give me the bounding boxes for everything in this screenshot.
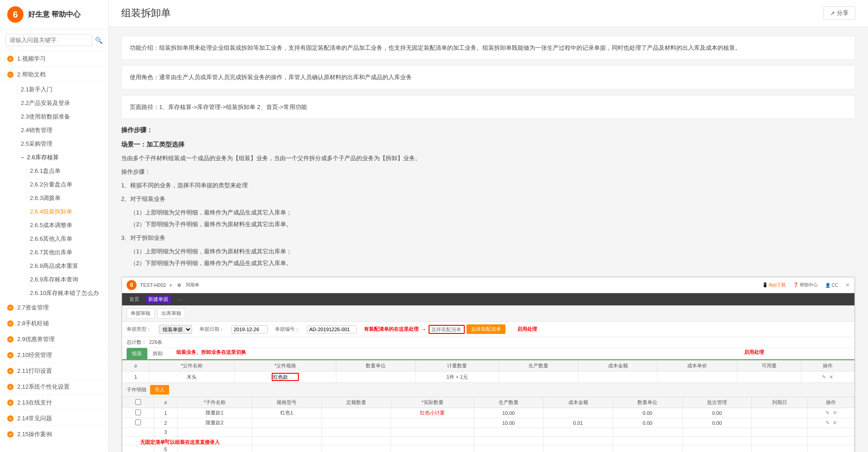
sidebar-item-stocktake[interactable]: 2.6.1盘点单 [26,164,108,178]
mock-btn-audit[interactable]: 单据审核 [127,308,155,319]
sidebar-item-ops[interactable]: + 2.10经营管理 [0,347,108,363]
mock-th-ops: 操作 [801,361,854,371]
mock-tab-assembly[interactable]: 组装 [127,348,147,360]
sidebar-item-costadj[interactable]: 2.6.5成本调整单 [26,219,108,232]
mock-tab-disassembly[interactable]: 拆卸 [147,348,168,360]
sidebar-item-coupon[interactable]: + 2.9优惠券管理 [0,332,108,347]
mock-nav-more[interactable]: … [175,295,185,304]
mock-bth-name: *子件名称 [177,397,252,408]
mock-row-edit2-icon[interactable]: ✎ [826,410,830,415]
sidebar-item-ledger[interactable]: 2.6.9库存账本查询 [26,273,108,286]
mock-row-del2-icon[interactable]: ✕ [833,410,837,415]
mock-btn-outaudit[interactable]: 出库审核 [157,308,185,319]
sidebar-item-payment[interactable]: + 2.13在线支付 [0,395,108,411]
search-icon[interactable]: 🔍 [95,37,103,44]
mock-td-cost [578,371,658,383]
sidebar-item-docs[interactable]: − 2.帮助文档 [0,67,108,83]
share-icon: ↗ [830,10,835,17]
mock-btd-batch: 0.00 [682,408,752,418]
mock-btd-actqty: 红色小计量 [391,408,474,418]
search-input[interactable] [5,34,92,46]
mock-import-btn[interactable]: 导入 [150,385,169,395]
sidebar-item-finance[interactable]: + 2.7资金管理 [0,300,108,316]
table-row: 1 木头 1件 + 1元 ✎ ✕ [123,371,854,383]
mock-row-chk[interactable] [135,409,141,415]
mock-th-avail: 可用量 [737,361,801,371]
mock-bth-expire: 到期日 [752,397,808,408]
mock-nav-new[interactable]: 新建单据 [146,295,171,304]
mock-count-label: 总计数： [127,339,146,346]
sidebar-item-newbie[interactable]: 2.1新手入门 [17,83,108,96]
mock-assembly-input[interactable] [429,325,465,334]
mock-confirm-btn[interactable]: 选择装配清单 [467,324,505,334]
sidebar-item-prepare[interactable]: 2.3使用前数据准备 [17,110,108,124]
sidebar-item-adjust[interactable]: 2.6.3调拨单 [26,191,108,205]
step3-sub1: （1）上部明细为父件明细，最终作为原材料生成其它出库单； [121,246,855,257]
mock-btd-spec: 红色1 [252,408,321,418]
sidebar-item-ledgererror[interactable]: 2.6.10库存账本错了怎么办 [26,286,108,300]
sidebar-item-install[interactable]: 2.2产品安装及登录 [17,96,108,110]
mock-row-chk2[interactable] [135,419,141,425]
expand-icon-video: + [7,56,14,62]
mock-nav-home[interactable]: 首页 [127,295,142,304]
mock-table-bottom: # *子件名称 规格型号 定额数量 *实际数量 生产数量 成本金额 数量单位 批… [122,397,854,452]
table-row: 3 [123,428,854,437]
annotation-arrow1: → [420,326,427,333]
sidebar-item-allotment[interactable]: 2.6.2分量盘点单 [26,178,108,191]
mock-sync-label: 同期单 [186,282,199,288]
mock-row-del-icon[interactable]: ✕ [829,374,833,380]
mock-row-edit-icon[interactable]: ✎ [822,374,826,380]
sidebar-item-sales[interactable]: 2.4销售管理 [17,124,108,137]
sidebar-item-purchase[interactable]: 2.5采购管理 [17,137,108,151]
mock-btd-batch2: 0.00 [682,418,752,428]
step1-text: 1、根据不同的业务，选择不同单据的类型来处理 [121,180,855,191]
mock-td-spec-input[interactable] [272,373,299,381]
share-button[interactable]: ↗ 分享 [823,6,855,20]
sidebar-item-otherout[interactable]: 2.6.7其他出库单 [26,246,108,259]
mock-row-edit3-icon[interactable]: ✎ [826,420,830,425]
mock-field-num-input[interactable] [307,325,357,333]
sidebar-item-custom[interactable]: + 2.12系统个性化设置 [0,379,108,395]
mock-lower-label: 子件明细 [127,386,146,393]
mock-td-unit [336,371,415,383]
mock-screenshot: 6 TEST-H002 ▾ ⚙ 同期单 📱 App下载 ❓ 帮助中心 👤 CC … [121,276,855,452]
content-area: 功能介绍：组装拆卸单用来处理企业组装或拆卸等加工业务，支持有固定装配清单的产品加… [108,27,868,452]
mock-bth-ops: 操作 [808,397,854,408]
mock-td-unitcost [658,371,737,383]
mock-bth-chk-input[interactable] [135,399,141,405]
intro-func-block: 功能介绍：组装拆卸单用来处理企业组装或拆卸等加工业务，支持有固定装配清单的产品加… [121,36,855,60]
mock-bth-seq: # [154,397,178,408]
main-content: 组装拆卸单 ↗ 分享 功能介绍：组装拆卸单用来处理企业组装或拆卸等加工业务，支持… [108,0,868,452]
expand-icon-ops: + [7,352,14,358]
expand-icon-mobile: + [7,320,14,327]
sidebar-item-inventory[interactable]: − 2.6库存核算 [17,151,108,164]
mock-field-date-input[interactable] [231,325,268,333]
step2-list: （1）上部明细为父件明细，最终作为产成品生成其它入库单； （2）下部明细为子件明… [121,207,855,230]
mock-navbar: 首页 新建单据 … [122,293,854,305]
mock-btd-name: 限量款1 [177,408,252,418]
mock-table-top: # *父件名称 *父件规格 数量单位 计量数量 生产数量 成本金额 成本单价 可… [122,360,854,383]
mock-td-action: ✎ ✕ [801,371,854,383]
mock-bth-spec: 规格型号 [252,397,321,408]
mock-lower-area: 子件明细 导入 # *子件名称 规格型号 定额数量 *实际数量 [122,383,854,452]
sidebar-label-inventory: 2.6库存核算 [27,153,59,162]
mock-bth-defqty: 定额数量 [321,397,391,408]
breadcrumb-block: 页面路径：1、库存核算->库存管理->组装拆卸单 2、首页->常用功能 [121,95,855,119]
mock-close-icon[interactable]: ✕ [845,282,850,288]
mock-bth-batch: 批次管理 [682,397,752,408]
sidebar-item-faq[interactable]: + 2.14常见问题 [0,411,108,427]
sidebar-item-otherinbound[interactable]: 2.6.6其他入库单 [26,232,108,246]
mock-field-type-input[interactable]: 组装单据 拆卸单据 [159,325,192,334]
sidebar-item-print[interactable]: + 2.11打印设置 [0,363,108,379]
mock-toolbar: 单据审核 出库审核 [122,305,854,322]
mock-row-del3-icon[interactable]: ✕ [833,420,837,425]
step2-sub1: （1）上部明细为父件明细，最终作为产成品生成其它入库单； [121,207,855,219]
sidebar-label-finance: 2.7资金管理 [17,304,49,312]
sidebar-item-costcalc[interactable]: 2.6.8商品成本重算 [26,259,108,273]
mock-logo: 6 [127,280,137,290]
sidebar-item-cases[interactable]: + 2.15操作案例 [0,427,108,442]
sidebar-item-video[interactable]: + 1.视频学习 [0,51,108,67]
intro-role-block: 使用角色：通常由生产人员或库管人员完成拆装业务的操作，库管人员确认原材料的出库和… [121,65,855,89]
sidebar-item-assembly[interactable]: 2.6.4组装拆卸单 [26,205,108,219]
sidebar-item-mobile[interactable]: + 2.8手机旺铺 [0,316,108,332]
